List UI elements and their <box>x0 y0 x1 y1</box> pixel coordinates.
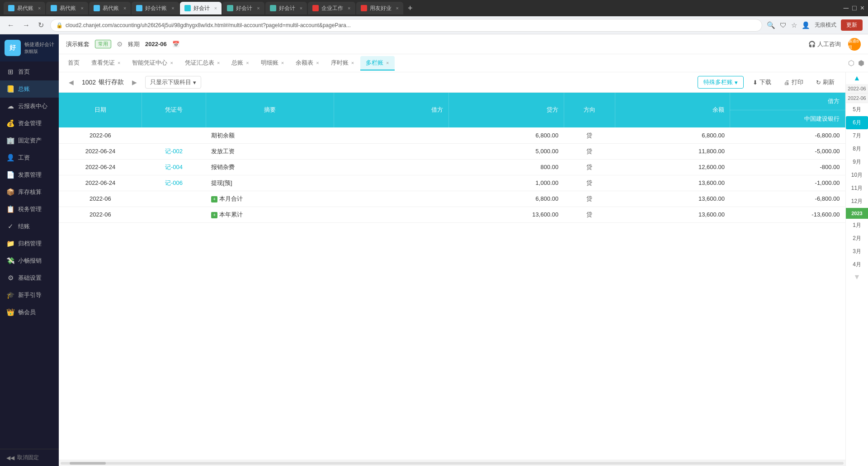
collapse-icon[interactable]: ⬡ <box>848 59 854 67</box>
tab-close-4[interactable]: × <box>214 5 217 11</box>
sidebar-item-tax[interactable]: 📋 税务管理 <box>0 201 59 218</box>
browser-tab-4[interactable]: 好会计 × <box>180 2 222 14</box>
month-2022-12[interactable]: 12月 <box>846 195 868 208</box>
tab-close-5[interactable]: × <box>257 5 259 11</box>
tab-close-voucher-view[interactable]: × <box>118 60 120 66</box>
search-icon[interactable]: 🔍 <box>767 21 775 29</box>
forward-button[interactable]: → <box>21 19 32 31</box>
tab-close-smart-voucher[interactable]: × <box>170 60 173 66</box>
sidebar-item-home[interactable]: ⊞ 首页 <box>0 63 59 80</box>
user-avatar[interactable]: 畅通B组 <box>848 38 861 51</box>
tab-close-0[interactable]: × <box>38 5 41 11</box>
sidebar-item-assets[interactable]: 🏢 固定资产 <box>0 132 59 149</box>
tab-close-chronological[interactable]: × <box>351 60 354 66</box>
filter-button[interactable]: 只显示下级科目 ▾ <box>145 76 201 89</box>
browser-tab-5[interactable]: 好会计 × <box>222 2 264 14</box>
star-icon[interactable]: ☆ <box>791 21 797 29</box>
horizontal-scrollbar[interactable] <box>59 460 845 466</box>
sidebar-item-close[interactable]: ✓ 结账 <box>0 218 59 235</box>
cell-voucher[interactable]: 记-002 <box>142 143 206 159</box>
url-bar[interactable]: 🔒 cloud2.chanjet.com/accounting/uh26t264… <box>50 19 762 32</box>
sidebar-item-archive[interactable]: 📁 归档管理 <box>0 235 59 252</box>
refresh-button[interactable]: ↻ 刷新 <box>812 76 838 88</box>
tab-balance[interactable]: 余额表 × <box>290 56 324 71</box>
month-2023-4[interactable]: 4月 <box>846 258 868 271</box>
print-button[interactable]: 🖨 打印 <box>780 76 807 88</box>
tab-close-1[interactable]: × <box>80 5 83 11</box>
cell-voucher[interactable]: 记-004 <box>142 159 206 175</box>
browser-tab-7[interactable]: 企业工作 × <box>308 2 355 14</box>
sidebar-pin-button[interactable]: ◀◀ 取消固定 <box>0 449 59 466</box>
calendar-icon[interactable]: 📅 <box>172 41 179 47</box>
new-tab-button[interactable]: + <box>404 4 416 13</box>
close-icon[interactable]: × <box>860 4 864 12</box>
sidebar-item-expense[interactable]: 💸 小畅报销 <box>0 252 59 269</box>
special-multicolumn-button[interactable]: 特殊多栏账 ▾ <box>698 76 744 89</box>
service-button[interactable]: 🎧 人工咨询 <box>808 40 841 48</box>
browser-tab-8[interactable]: 用友好业 × <box>356 2 403 14</box>
tab-home[interactable]: 首页 <box>62 56 85 71</box>
tab-multi-column[interactable]: 多栏账 × <box>360 56 394 71</box>
sidebar-item-reports[interactable]: ☁ 云报表中心 <box>0 98 59 115</box>
next-account-button[interactable]: ▶ <box>129 78 140 87</box>
sidebar-item-guide[interactable]: 🎓 新手引导 <box>0 287 59 304</box>
scroll-down-arrow[interactable]: ▼ <box>846 271 868 283</box>
minimize-icon[interactable]: ─ <box>844 4 849 12</box>
table-row: 2022-06 +本月合计 6,800.00 贷 13,600.00 -6,80… <box>59 191 845 207</box>
cell-voucher[interactable]: 记-006 <box>142 175 206 191</box>
sidebar-item-invoice[interactable]: 📄 发票管理 <box>0 166 59 184</box>
scroll-up-arrow[interactable]: ▲ <box>846 72 868 84</box>
tab-close-multi-column[interactable]: × <box>386 60 389 66</box>
tab-smart-voucher[interactable]: 智能凭证中心 × <box>127 56 178 71</box>
download-button[interactable]: ⬇ 下载 <box>749 76 775 88</box>
prev-account-button[interactable]: ◀ <box>66 78 76 87</box>
sidebar-item-member[interactable]: 👑 畅会员 <box>0 304 59 321</box>
sidebar-item-payroll[interactable]: 👤 工资 <box>0 149 59 166</box>
maximize-icon[interactable]: □ <box>852 4 857 12</box>
month-2022-5[interactable]: 5月 <box>846 103 868 116</box>
tab-voucher-summary[interactable]: 凭证汇总表 × <box>179 56 225 71</box>
tab-close-6[interactable]: × <box>300 5 302 11</box>
month-2023-2[interactable]: 2月 <box>846 232 868 245</box>
tab-close-detail-ledger[interactable]: × <box>281 60 284 66</box>
browser-tab-0[interactable]: 易代账 × <box>4 2 45 14</box>
account-settings-icon[interactable]: ⚙ <box>117 40 123 48</box>
tab-close-general-ledger[interactable]: × <box>246 60 249 66</box>
tab-close-2[interactable]: × <box>123 5 126 11</box>
sidebar-item-settings[interactable]: ⚙ 基础设置 <box>0 269 59 287</box>
tab-general-ledger[interactable]: 总账 × <box>226 56 254 71</box>
update-button[interactable]: 更新 <box>841 19 863 31</box>
month-2022-9[interactable]: 9月 <box>846 155 868 169</box>
month-2023-3[interactable]: 3月 <box>846 245 868 258</box>
refresh-button[interactable]: ↻ <box>36 19 46 31</box>
tab-close-balance[interactable]: × <box>316 60 319 66</box>
tab-voucher-view[interactable]: 查看凭证 × <box>86 56 126 71</box>
tab-close-7[interactable]: × <box>348 5 350 11</box>
tab-close-voucher-summary[interactable]: × <box>217 60 220 66</box>
account-code: 1002 <box>82 79 96 86</box>
browser-tab-6[interactable]: 好会计 × <box>265 2 307 14</box>
browser-tab-2[interactable]: 易代账 × <box>89 2 131 14</box>
back-button[interactable]: ← <box>5 19 16 31</box>
month-2022-6[interactable]: 6月 <box>846 116 868 129</box>
table-row: 2022-06-24 记-004 报销杂费 800.00 贷 12,600.00… <box>59 159 845 175</box>
tab-close-3[interactable]: × <box>171 5 174 11</box>
sidebar-item-ledger[interactable]: 📒 总账 <box>0 80 59 98</box>
account-selector[interactable]: 1002 银行存款 <box>82 78 124 86</box>
browser-tab-1[interactable]: 易代账 × <box>46 2 88 14</box>
month-2022-8[interactable]: 8月 <box>846 142 868 155</box>
tab-detail-ledger[interactable]: 明细账 × <box>255 56 289 71</box>
month-2023-1[interactable]: 1月 <box>846 219 868 232</box>
expand-icon[interactable]: ⬢ <box>858 59 864 67</box>
scroll-track[interactable] <box>61 462 844 465</box>
sidebar-item-funds[interactable]: 💰 资金管理 <box>0 115 59 132</box>
sidebar-item-inventory[interactable]: 📦 库存核算 <box>0 184 59 201</box>
tab-chronological[interactable]: 序时账 × <box>326 56 359 71</box>
month-2022-7[interactable]: 7月 <box>846 129 868 142</box>
month-2022-11[interactable]: 11月 <box>846 182 868 195</box>
tab-close-8[interactable]: × <box>396 5 399 11</box>
month-2022-10[interactable]: 10月 <box>846 169 868 182</box>
browser-tab-3[interactable]: 好会计账 × <box>132 2 179 14</box>
profile-icon[interactable]: 👤 <box>802 21 810 29</box>
scroll-thumb[interactable] <box>70 462 106 465</box>
